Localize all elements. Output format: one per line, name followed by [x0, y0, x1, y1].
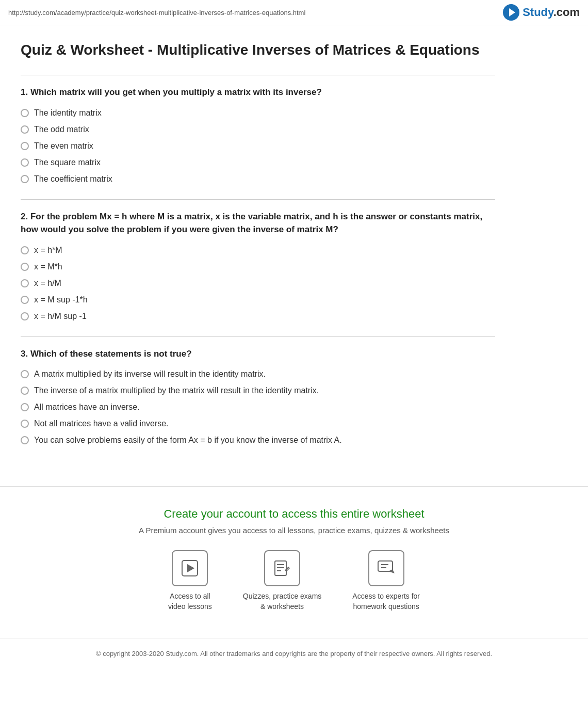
list-item[interactable]: The odd matrix: [21, 125, 495, 134]
logo-dotcom: .com: [553, 6, 580, 19]
q2-options: x = h*M x = M*h x = h/M x = M sup -1*h x…: [21, 246, 495, 321]
radio-button[interactable]: [21, 420, 29, 428]
list-item[interactable]: x = M*h: [21, 262, 495, 271]
list-item[interactable]: x = h/M sup -1: [21, 312, 495, 321]
question-block-1: 1. Which matrix will you get when you mu…: [21, 86, 495, 184]
logo-text: Study.com: [522, 6, 580, 19]
option-label: x = h/M: [34, 279, 61, 288]
option-label: The even matrix: [34, 141, 93, 151]
radio-button[interactable]: [21, 109, 29, 117]
radio-button[interactable]: [21, 312, 29, 320]
option-label: Not all matrices have a valid inverse.: [34, 419, 169, 428]
radio-button[interactable]: [21, 158, 29, 167]
option-label: The coefficient matrix: [34, 174, 112, 184]
list-item[interactable]: The coefficient matrix: [21, 174, 495, 184]
cta-icons-row: Access to allvideo lessons Quizzes, prac…: [10, 550, 578, 612]
q1-options: The identity matrix The odd matrix The e…: [21, 108, 495, 184]
cta-icon-block-quiz: Quizzes, practice exams& worksheets: [243, 550, 322, 612]
q1-number: 1.: [21, 87, 28, 97]
radio-button[interactable]: [21, 263, 29, 271]
cta-title: Create your account to access this entir…: [10, 507, 578, 521]
logo: Study.com: [503, 4, 580, 21]
option-label: You can solve problems easily of the for…: [34, 436, 342, 445]
cta-video-label: Access to allvideo lessons: [168, 591, 212, 612]
expert-icon: [368, 550, 404, 586]
footer: © copyright 2003-2020 Study.com. All oth…: [0, 638, 588, 669]
divider-top: [21, 75, 495, 75]
divider-q1: [21, 199, 495, 200]
radio-button[interactable]: [21, 246, 29, 254]
divider-q2: [21, 336, 495, 337]
cta-icon-block-video: Access to allvideo lessons: [168, 550, 212, 612]
cta-subtitle: A Premium account gives you access to al…: [10, 526, 578, 535]
svg-line-6: [287, 568, 288, 569]
question-block-3: 3. Which of these statements is not true…: [21, 347, 495, 445]
list-item[interactable]: The inverse of a matrix multiplied by th…: [21, 386, 495, 395]
list-item[interactable]: x = M sup -1*h: [21, 295, 495, 304]
q3-body: Which of these statements is not true?: [30, 349, 192, 359]
radio-button[interactable]: [21, 125, 29, 134]
radio-button[interactable]: [21, 436, 29, 444]
option-label: The inverse of a matrix multiplied by th…: [34, 386, 319, 395]
q1-body: Which matrix will you get when you multi…: [30, 87, 322, 97]
q3-number: 3.: [21, 349, 28, 359]
svg-marker-1: [187, 564, 194, 572]
radio-button[interactable]: [21, 296, 29, 304]
top-bar: http://study.com/academy/practice/quiz-w…: [0, 0, 588, 25]
list-item[interactable]: A matrix multiplied by its inverse will …: [21, 370, 495, 379]
main-content: Quiz & Worksheet - Multiplicative Invers…: [0, 25, 516, 476]
quiz-icon: [264, 550, 300, 586]
radio-button[interactable]: [21, 403, 29, 411]
question-1-text: 1. Which matrix will you get when you mu…: [21, 86, 495, 99]
radio-button[interactable]: [21, 279, 29, 287]
radio-button[interactable]: [21, 142, 29, 150]
q2-body: For the problem Mx = h where M is a matr…: [21, 212, 482, 235]
list-item[interactable]: You can solve problems easily of the for…: [21, 436, 495, 445]
question-2-text: 2. For the problem Mx = h where M is a m…: [21, 210, 495, 236]
list-item[interactable]: The even matrix: [21, 141, 495, 151]
logo-circle: [503, 4, 519, 21]
list-item[interactable]: x = h/M: [21, 279, 495, 288]
radio-button[interactable]: [21, 370, 29, 378]
option-label: The square matrix: [34, 158, 101, 167]
cta-icon-block-expert: Access to experts forhomework questions: [352, 550, 420, 612]
option-label: The identity matrix: [34, 108, 102, 118]
page-title: Quiz & Worksheet - Multiplicative Invers…: [21, 41, 495, 59]
list-item[interactable]: Not all matrices have a valid inverse.: [21, 419, 495, 428]
option-label: The odd matrix: [34, 125, 89, 134]
q3-options: A matrix multiplied by its inverse will …: [21, 370, 495, 445]
logo-play-icon: [509, 8, 515, 17]
question-3-text: 3. Which of these statements is not true…: [21, 347, 495, 361]
question-block-2: 2. For the problem Mx = h where M is a m…: [21, 210, 495, 321]
option-label: All matrices have an inverse.: [34, 403, 140, 412]
option-label: A matrix multiplied by its inverse will …: [34, 370, 266, 379]
radio-button[interactable]: [21, 175, 29, 183]
q2-number: 2.: [21, 212, 28, 221]
option-label: x = h*M: [34, 246, 62, 255]
list-item[interactable]: The identity matrix: [21, 108, 495, 118]
option-label: x = h/M sup -1: [34, 312, 87, 321]
footer-text: © copyright 2003-2020 Study.com. All oth…: [96, 650, 492, 657]
option-label: x = M sup -1*h: [34, 295, 88, 304]
radio-button[interactable]: [21, 387, 29, 395]
option-label: x = M*h: [34, 262, 62, 271]
list-item[interactable]: The square matrix: [21, 158, 495, 167]
cta-section: Create your account to access this entir…: [0, 486, 588, 637]
svg-rect-7: [378, 561, 393, 571]
list-item[interactable]: x = h*M: [21, 246, 495, 255]
cta-quiz-label: Quizzes, practice exams& worksheets: [243, 591, 322, 612]
video-icon: [172, 550, 208, 586]
url-text: http://study.com/academy/practice/quiz-w…: [8, 9, 305, 17]
list-item[interactable]: All matrices have an inverse.: [21, 403, 495, 412]
cta-expert-label: Access to experts forhomework questions: [352, 591, 420, 612]
